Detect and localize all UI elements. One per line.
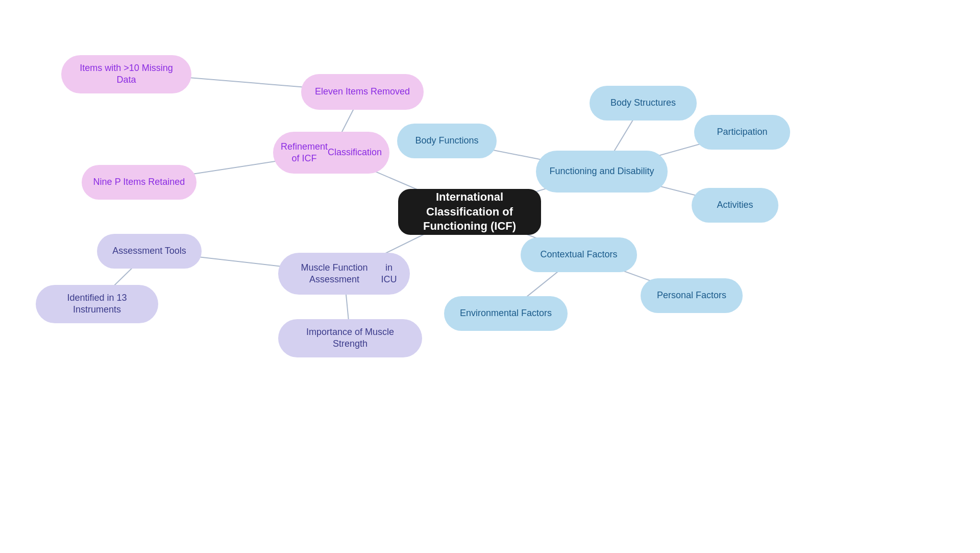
assessment-tools-node: Assessment Tools: [97, 234, 202, 269]
identified-13-node: Identified in 13 Instruments: [36, 285, 158, 323]
importance-muscle-node: Importance of Muscle Strength: [278, 319, 422, 357]
participation-node: Participation: [694, 115, 790, 150]
nine-items-node: Nine P Items Retained: [82, 165, 197, 200]
functioning-disability-node: Functioning and Disability: [536, 151, 668, 193]
center-node: International Classification ofFunctioni…: [398, 189, 541, 235]
muscle-function-node: Muscle Function Assessmentin ICU: [278, 253, 410, 295]
personal-factors-node: Personal Factors: [641, 278, 743, 313]
activities-node: Activities: [692, 188, 778, 223]
body-functions-node: Body Functions: [397, 124, 497, 158]
environmental-factors-node: Environmental Factors: [444, 296, 568, 331]
eleven-removed-node: Eleven Items Removed: [301, 74, 424, 110]
body-structures-node: Body Structures: [590, 86, 697, 121]
items-missing-node: Items with >10 Missing Data: [61, 55, 191, 93]
contextual-factors-node: Contextual Factors: [521, 237, 637, 272]
refinement-node: Refinement of ICFClassification: [273, 132, 389, 174]
